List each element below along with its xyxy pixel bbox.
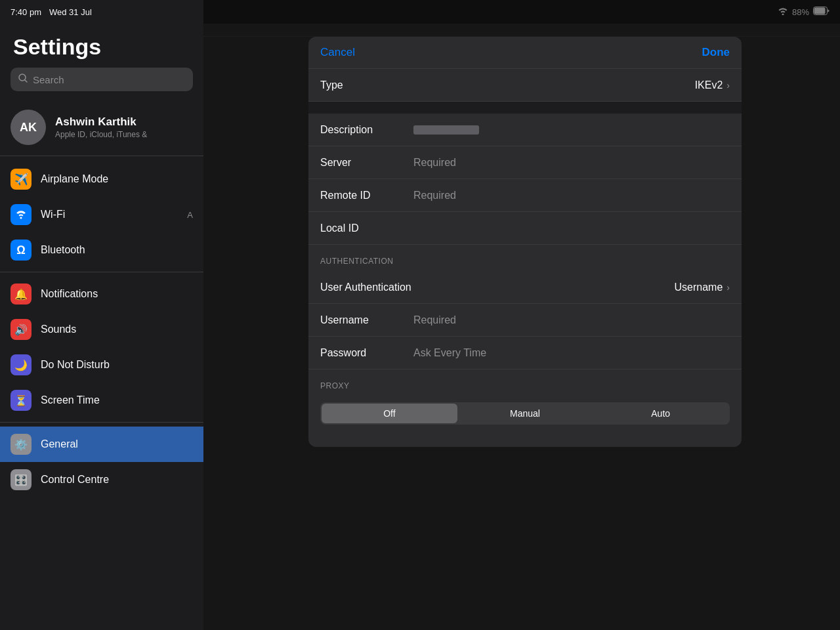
password-placeholder: Ask Every Time (413, 347, 486, 359)
type-label: Type (320, 79, 406, 91)
sounds-icon: 🔊 (10, 319, 32, 340)
notifications-icon: 🔔 (10, 284, 32, 304)
server-placeholder: Required (413, 157, 456, 169)
modal-header: Cancel Done (308, 37, 742, 69)
server-label: Server (320, 157, 406, 169)
username-label: Username (320, 314, 406, 326)
sidebar-label-notifications: Notifications (41, 288, 98, 300)
sidebar-label-sounds: Sounds (41, 324, 76, 335)
general-icon: ⚙️ (10, 434, 32, 455)
sidebar-label-general: General (41, 438, 78, 450)
status-left: 7:40 pm Wed 31 Jul (10, 7, 92, 17)
sidebar-item-sounds[interactable]: 🔊 Sounds (0, 312, 203, 347)
sidebar-title: Settings (0, 24, 203, 68)
proxy-option-manual[interactable]: Manual (457, 404, 593, 423)
user-name: Ashwin Karthik (55, 116, 147, 129)
authentication-section-header: Authentication (308, 245, 742, 271)
user-profile[interactable]: AK Ashwin Karthik Apple ID, iCloud, iTun… (0, 102, 203, 156)
sidebar-label-wifi: Wi-Fi (41, 209, 65, 220)
proxy-section-header: Proxy (308, 369, 742, 396)
sidebar: Settings Search AK Ashwin Karthik Apple … (0, 0, 203, 630)
remote-id-row[interactable]: Remote ID Required (308, 179, 742, 212)
user-auth-row[interactable]: User Authentication Username › (308, 271, 742, 304)
sidebar-item-controlcentre[interactable]: 🎛️ Control Centre (0, 462, 203, 497)
controlcentre-icon: 🎛️ (10, 469, 32, 490)
divider-1 (0, 272, 203, 272)
avatar: AK (10, 110, 46, 145)
type-row[interactable]: Type IKEv2 › (308, 69, 742, 102)
done-button[interactable]: Done (702, 46, 730, 59)
cancel-button[interactable]: Cancel (320, 46, 355, 59)
airplane-icon: ✈️ (10, 169, 32, 190)
local-id-label: Local ID (320, 222, 406, 234)
user-subtitle: Apple ID, iCloud, iTunes & (55, 130, 147, 139)
user-auth-chevron-icon: › (726, 282, 730, 293)
remote-id-placeholder: Required (413, 190, 456, 201)
main-content: ‹ General VPN Cancel Done Type IKEv2 › D… (203, 0, 840, 630)
description-row[interactable]: Description (308, 114, 742, 146)
wifi-icon-sidebar (10, 204, 32, 225)
type-value-container: IKEv2 › (687, 79, 730, 91)
sidebar-item-donotdisturb[interactable]: 🌙 Do Not Disturb (0, 347, 203, 383)
description-value (413, 125, 479, 135)
user-auth-value: Username (675, 282, 723, 293)
sidebar-item-notifications[interactable]: 🔔 Notifications (0, 276, 203, 312)
password-label: Password (320, 347, 406, 359)
screentime-icon: ⏳ (10, 390, 32, 411)
search-box[interactable]: Search (10, 68, 193, 91)
sidebar-label-donotdisturb: Do Not Disturb (41, 359, 110, 371)
status-date: Wed 31 Jul (49, 7, 92, 17)
proxy-option-off[interactable]: Off (322, 404, 457, 423)
user-info: Ashwin Karthik Apple ID, iCloud, iTunes … (55, 116, 147, 139)
sidebar-item-wifi[interactable]: Wi-Fi A (0, 197, 203, 232)
section-spacer-1 (308, 102, 742, 114)
sidebar-label-screentime: Screen Time (41, 394, 100, 406)
sidebar-item-bluetooth[interactable]: Ω Bluetooth (0, 232, 203, 268)
bluetooth-icon: Ω (10, 240, 32, 261)
proxy-segmented-control[interactable]: Off Manual Auto (320, 402, 730, 425)
proxy-option-auto[interactable]: Auto (593, 404, 728, 423)
status-time: 7:40 pm (10, 7, 41, 17)
sidebar-label-controlcentre: Control Centre (41, 474, 109, 486)
user-auth-label: User Authentication (320, 282, 411, 293)
donotdisturb-icon: 🌙 (10, 354, 32, 375)
remote-id-label: Remote ID (320, 190, 406, 201)
server-row[interactable]: Server Required (308, 146, 742, 179)
local-id-row[interactable]: Local ID (308, 212, 742, 245)
sidebar-item-airplane-mode[interactable]: ✈️ Airplane Mode (0, 161, 203, 197)
search-icon (18, 74, 28, 85)
vpn-modal: Cancel Done Type IKEv2 › Description Ser… (308, 37, 742, 447)
username-row[interactable]: Username Required (308, 304, 742, 337)
password-row[interactable]: Password Ask Every Time (308, 337, 742, 369)
sidebar-label-airplane: Airplane Mode (41, 173, 108, 185)
type-value: IKEv2 (695, 79, 723, 91)
modal-bottom-spacer (308, 434, 742, 447)
user-auth-value-container: Username › (667, 282, 730, 293)
sidebar-item-general[interactable]: ⚙️ General (0, 427, 203, 462)
divider-2 (0, 422, 203, 423)
sidebar-label-bluetooth: Bluetooth (41, 244, 85, 256)
username-placeholder: Required (413, 314, 456, 326)
description-label: Description (320, 124, 406, 136)
type-chevron-icon: › (726, 80, 730, 91)
sidebar-item-screentime[interactable]: ⏳ Screen Time (0, 383, 203, 418)
wifi-value: A (187, 210, 193, 220)
search-placeholder: Search (33, 74, 64, 85)
